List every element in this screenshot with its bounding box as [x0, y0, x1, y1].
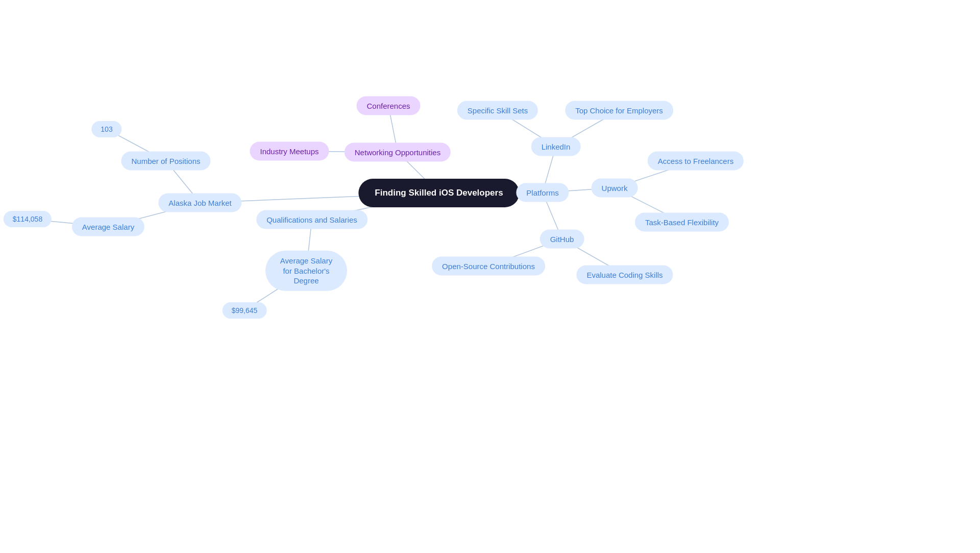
- node-qualifications[interactable]: Qualifications and Salaries: [256, 210, 368, 229]
- node-linkedin[interactable]: LinkedIn: [531, 137, 581, 156]
- node-114058[interactable]: $114,058: [4, 211, 52, 227]
- node-avg-salary-bachelor[interactable]: Average Salary for Bachelor's Degree: [265, 251, 347, 291]
- node-103[interactable]: 103: [91, 121, 121, 137]
- node-upwork[interactable]: Upwork: [592, 179, 638, 198]
- node-networking[interactable]: Networking Opportunities: [345, 143, 451, 162]
- node-github[interactable]: GitHub: [540, 230, 584, 249]
- node-number-of-positions[interactable]: Number of Positions: [121, 152, 210, 171]
- node-access-freelancers[interactable]: Access to Freelancers: [648, 152, 744, 171]
- node-conferences[interactable]: Conferences: [356, 97, 420, 115]
- node-open-source[interactable]: Open-Source Contributions: [432, 257, 545, 276]
- node-specific-skill-sets[interactable]: Specific Skill Sets: [457, 101, 538, 120]
- mindmap-canvas: Finding Skilled iOS DevelopersNetworking…: [0, 0, 980, 553]
- node-99645[interactable]: $99,645: [223, 302, 267, 319]
- node-alaska-job-market[interactable]: Alaska Job Market: [158, 194, 241, 212]
- node-platforms[interactable]: Platforms: [516, 183, 569, 202]
- node-evaluate-coding[interactable]: Evaluate Coding Skills: [576, 266, 673, 284]
- node-average-salary[interactable]: Average Salary: [72, 218, 144, 236]
- center-node[interactable]: Finding Skilled iOS Developers: [358, 179, 519, 207]
- node-task-flexibility[interactable]: Task-Based Flexibility: [635, 213, 729, 232]
- node-top-choice-employers[interactable]: Top Choice for Employers: [565, 101, 673, 120]
- node-industry-meetups[interactable]: Industry Meetups: [250, 142, 329, 161]
